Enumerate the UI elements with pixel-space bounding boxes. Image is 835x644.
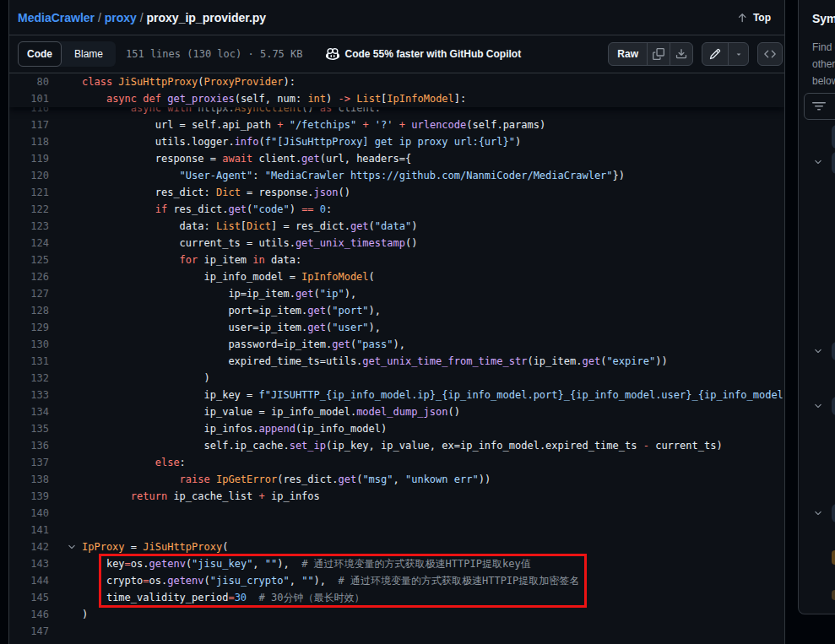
- collapse-chevron-icon[interactable]: [67, 542, 77, 552]
- symbols-filter-input[interactable]: [804, 93, 835, 120]
- code-text: return ip_cache_list + ip_infos: [82, 488, 320, 505]
- code-line: 130 password=ip_item.get("pass"),: [9, 336, 784, 353]
- code-text: ): [82, 606, 88, 623]
- code-text: password=ip_item.get("pass"),: [82, 336, 405, 353]
- code-text: current_ts = utils.get_unix_timestamp(): [82, 235, 417, 252]
- line-number[interactable]: 132: [9, 370, 49, 387]
- symbol-chip-highlighted[interactable]: [832, 550, 835, 565]
- line-number[interactable]: 123: [9, 218, 49, 235]
- edit-actions-group: [702, 42, 749, 66]
- line-number[interactable]: 126: [9, 268, 49, 285]
- code-viewer: 116 async with httpx.AsyncClient() as cl…: [9, 73, 784, 643]
- line-number[interactable]: 135: [9, 420, 49, 437]
- line-number[interactable]: 138: [9, 471, 49, 488]
- line-number[interactable]: 137: [9, 454, 49, 471]
- line-number[interactable]: 129: [9, 319, 49, 336]
- line-number[interactable]: 124: [9, 235, 49, 252]
- code-text: res_dict: Dict = response.json(): [82, 184, 350, 201]
- line-number[interactable]: 146: [9, 606, 49, 623]
- chevron-down-icon[interactable]: [813, 157, 823, 167]
- code-line: 131 expired_time_ts=utils.get_unix_time_…: [9, 353, 784, 370]
- line-number[interactable]: 119: [9, 150, 49, 167]
- code-text: raise IpGetError(res_dict.get("msg", "un…: [82, 471, 491, 488]
- line-number[interactable]: 141: [9, 522, 49, 538]
- line-number[interactable]: 140: [9, 505, 49, 522]
- copilot-banner[interactable]: Code 55% faster with GitHub Copilot: [326, 47, 522, 61]
- line-number[interactable]: 133: [9, 387, 49, 403]
- line-number[interactable]: 134: [9, 403, 49, 420]
- line-number[interactable]: 101: [9, 90, 49, 107]
- tab-code[interactable]: Code: [18, 41, 62, 67]
- code-text: if res_dict.get("code") == 0:: [82, 201, 332, 218]
- symbol-chip[interactable]: [832, 152, 835, 174]
- symbols-panel-title: Symbols: [812, 12, 835, 25]
- symbol-chip[interactable]: [832, 342, 835, 360]
- symbol-chip-highlighted[interactable]: [832, 590, 835, 600]
- edit-dropdown-button[interactable]: [728, 43, 748, 65]
- line-number[interactable]: 80: [9, 73, 49, 90]
- code-text: self.ip_cache.set_ip(ip_key, ip_value, e…: [82, 437, 723, 454]
- code-text: async def get_proxies(self, num: int) ->…: [82, 90, 466, 107]
- copilot-icon: [326, 47, 339, 61]
- chevron-down-icon[interactable]: [813, 508, 823, 518]
- edit-button[interactable]: [702, 43, 728, 65]
- code-line: 141: [9, 522, 784, 538]
- breadcrumb-folder-link[interactable]: proxy: [105, 11, 137, 24]
- line-number[interactable]: 139: [9, 488, 49, 505]
- chevron-down-icon[interactable]: [813, 346, 823, 356]
- symbol-chip[interactable]: [832, 125, 835, 149]
- line-number[interactable]: 127: [9, 285, 49, 302]
- copy-icon: [653, 48, 664, 60]
- breadcrumb-separator: /: [140, 11, 147, 24]
- code-text: url = self.api_path + "/fetchips" + '?' …: [82, 116, 545, 133]
- scroll-to-top-button[interactable]: Top: [736, 12, 771, 24]
- line-number[interactable]: 125: [9, 252, 49, 268]
- code-line: 123 data: List[Dict] = res_dict.get("dat…: [9, 218, 784, 235]
- line-number[interactable]: 142: [9, 538, 49, 555]
- line-number[interactable]: 144: [9, 572, 49, 589]
- code-text: ip_infos.append(ip_info_model): [82, 420, 387, 437]
- code-line: 135 ip_infos.append(ip_info_model): [9, 420, 784, 437]
- file-view-panel: MediaCrawler / proxy / proxy_ip_provider…: [8, 0, 785, 644]
- line-number[interactable]: 121: [9, 184, 49, 201]
- code-text: ip_value = ip_info_model.model_dump_json…: [82, 403, 460, 420]
- line-number[interactable]: 128: [9, 302, 49, 319]
- line-number[interactable]: 145: [9, 589, 49, 606]
- line-number[interactable]: 117: [9, 116, 49, 133]
- line-number[interactable]: 136: [9, 437, 49, 454]
- line-number[interactable]: 131: [9, 353, 49, 370]
- breadcrumb-separator: /: [98, 11, 105, 24]
- code-line: 134 ip_value = ip_info_model.model_dump_…: [9, 403, 784, 420]
- code-line: 129 user=ip_item.get("user"),: [9, 319, 784, 336]
- code-line: 118 utils.logger.info(f"[JiSuHttpProxy] …: [9, 133, 784, 150]
- line-number[interactable]: 120: [9, 167, 49, 184]
- raw-button[interactable]: Raw: [609, 43, 647, 65]
- triangle-down-icon: [735, 50, 743, 58]
- line-number[interactable]: 122: [9, 201, 49, 218]
- symbol-chip[interactable]: [832, 397, 835, 415]
- symbol-chip[interactable]: [832, 504, 835, 522]
- breadcrumb-repo-link[interactable]: MediaCrawler: [18, 11, 95, 24]
- code-line: 80class JiSuHttpProxy(ProxyProvider):: [9, 73, 784, 90]
- code-line: 117 url = self.api_path + "/fetchips" + …: [9, 116, 784, 133]
- code-text: for ip_item in data:: [82, 252, 301, 268]
- top-button-label: Top: [753, 12, 771, 24]
- pencil-icon: [709, 48, 721, 60]
- tab-blame[interactable]: Blame: [62, 41, 116, 67]
- line-number[interactable]: 130: [9, 336, 49, 353]
- line-number[interactable]: 147: [9, 623, 49, 640]
- code-line: 137 else:: [9, 454, 784, 471]
- copy-button[interactable]: [647, 43, 670, 65]
- code-line: 119 response = await client.get(url, hea…: [9, 150, 784, 167]
- line-number[interactable]: 118: [9, 133, 49, 150]
- code-line: 101 async def get_proxies(self, num: int…: [9, 90, 784, 107]
- code-line: 126 ip_info_model = IpInfoModel(: [9, 268, 784, 285]
- symbols-panel-button[interactable]: [758, 43, 782, 65]
- code-blame-switch: Code Blame: [18, 41, 116, 67]
- code-line: 132 ): [9, 370, 784, 387]
- code-line: 147: [9, 623, 784, 640]
- chevron-down-icon[interactable]: [813, 401, 823, 411]
- line-number[interactable]: 143: [9, 555, 49, 572]
- download-button[interactable]: [670, 43, 692, 65]
- file-toolbar: Code Blame 151 lines (130 loc) · 5.75 KB…: [9, 35, 784, 73]
